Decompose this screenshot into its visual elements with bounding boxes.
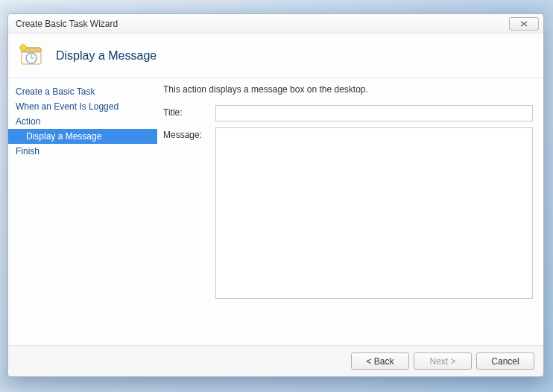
wizard-step-label: Create a Basic Task: [16, 86, 95, 97]
wizard-step-2[interactable]: Action: [8, 114, 157, 129]
title-label: Title:: [163, 105, 215, 118]
window-title: Create Basic Task Wizard: [16, 19, 118, 29]
wizard-dialog: Create Basic Task Wizard Display a Messa…: [7, 13, 544, 377]
page-title: Display a Message: [56, 49, 157, 63]
wizard-step-0[interactable]: Create a Basic Task: [8, 84, 157, 99]
wizard-step-label: Finish: [16, 146, 40, 157]
title-row: Title:: [163, 105, 533, 121]
button-row: < Back Next > Cancel: [8, 345, 543, 376]
wizard-step-3[interactable]: Display a Message: [8, 129, 157, 144]
dialog-body: Create a Basic TaskWhen an Event Is Logg…: [8, 78, 543, 345]
wizard-step-4[interactable]: Finish: [8, 144, 157, 159]
next-button[interactable]: Next >: [414, 353, 472, 370]
message-row: Message:: [163, 127, 533, 299]
titlebar: Create Basic Task Wizard: [8, 14, 543, 34]
close-icon: [520, 19, 528, 29]
content-panel: This action displays a message box on th…: [157, 78, 543, 345]
header-panel: Display a Message: [8, 34, 543, 78]
message-textarea[interactable]: [215, 127, 533, 299]
cancel-button[interactable]: Cancel: [476, 353, 534, 370]
close-button[interactable]: [509, 17, 539, 31]
back-button[interactable]: < Back: [351, 353, 409, 370]
title-input[interactable]: [215, 105, 533, 121]
wizard-steps-sidebar: Create a Basic TaskWhen an Event Is Logg…: [8, 78, 157, 345]
wizard-step-1[interactable]: When an Event Is Logged: [8, 99, 157, 114]
message-label: Message:: [163, 127, 215, 140]
action-description: This action displays a message box on th…: [163, 84, 533, 95]
wizard-step-label: Action: [16, 116, 40, 127]
wizard-step-label: Display a Message: [26, 131, 101, 142]
wizard-icon: [19, 43, 44, 69]
wizard-step-label: When an Event Is Logged: [16, 101, 118, 112]
